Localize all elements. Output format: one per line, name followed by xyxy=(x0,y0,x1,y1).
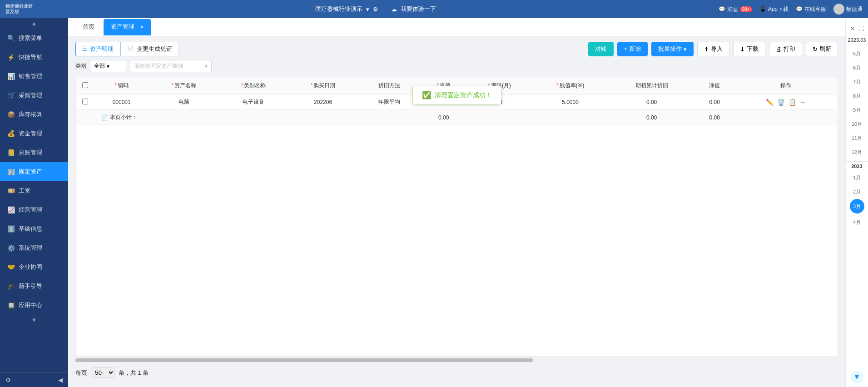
sidebar-item-purchase[interactable]: 🛒 采购管理 xyxy=(0,86,68,105)
import-icon: ⬆ xyxy=(704,46,709,53)
category-search-input[interactable]: 请选择固定资产类别 ▾ xyxy=(130,60,212,72)
delete-icon[interactable]: 🗑️ xyxy=(777,99,785,106)
sidebar-item-search[interactable]: 🔍 搜索菜单 xyxy=(0,29,68,48)
month-12-prev[interactable]: 12月 xyxy=(846,145,868,159)
copy-icon[interactable]: 📋 xyxy=(789,99,796,106)
sidebar-item-enterprise[interactable]: 🤝 企业协同 xyxy=(0,258,68,277)
reconcile-btn[interactable]: 对账 xyxy=(588,42,614,56)
subtotal-row: 📄 本页小计： 0.00 0.00 0.00 xyxy=(76,110,838,125)
per-page-select[interactable]: 50 100 xyxy=(91,367,115,378)
total-label: 条，共 1 条 xyxy=(119,369,149,377)
online-service-btn[interactable]: 💬 在线客服 xyxy=(796,5,826,13)
app-download-btn[interactable]: 📱 App下载 xyxy=(759,5,789,13)
row-initial-dep: 0.00 xyxy=(608,94,695,110)
tab-asset-management[interactable]: 资产管理 ✕ xyxy=(104,19,151,35)
month-6-prev[interactable]: 6月 xyxy=(846,61,868,75)
assets-table-container: *编码 *资产名称 *类别名称 *购买日期 折旧方法 *原值 *期限(月) *残… xyxy=(75,77,838,357)
month-7-prev[interactable]: 7月 xyxy=(846,75,868,89)
sidebar-item-operations[interactable]: 📈 经营管理 xyxy=(0,200,68,219)
month-10-prev[interactable]: 10月 xyxy=(846,117,868,131)
more-icon[interactable]: ↔️ xyxy=(800,99,806,106)
month-5-prev[interactable]: 5月 xyxy=(846,47,868,61)
fixed-assets-icon: 🏢 xyxy=(7,168,15,175)
new-btn[interactable]: + 新增 xyxy=(617,42,648,56)
chevron-down-icon[interactable]: ▾ xyxy=(366,6,369,13)
batch-chevron-icon: ▾ xyxy=(684,46,687,53)
row-checkbox[interactable] xyxy=(82,99,88,104)
sub-tab-asset-detail[interactable]: ☰ 资产明细 xyxy=(75,42,120,56)
topbar-right: 💬 消息 99+ 📱 App下载 💬 在线客服 畅捷通 xyxy=(719,4,863,15)
select-all-checkbox[interactable] xyxy=(82,82,88,88)
success-toast: ✅ 清理固定资产成功！ xyxy=(412,86,501,104)
sidebar-item-basic-info[interactable]: ℹ️ 基础信息 xyxy=(0,219,68,238)
scrollbar-thumb[interactable] xyxy=(75,358,533,362)
filter-bar: 类别 全部 ▾ 请选择固定资产类别 ▾ xyxy=(75,60,838,72)
panel-down-arrow[interactable]: ▼ xyxy=(851,371,863,383)
month-11-prev[interactable]: 11月 xyxy=(846,131,868,145)
right-panel-header: 2023.03 xyxy=(846,35,868,45)
list-icon: ☰ xyxy=(82,46,87,52)
col-residual-rate: *残值率(%) xyxy=(532,77,609,94)
category-type-select[interactable]: 全部 ▾ xyxy=(90,60,126,72)
subtotal-period xyxy=(466,110,532,125)
horizontal-scrollbar[interactable] xyxy=(75,358,838,362)
sidebar-item-sales[interactable]: 📊 销售管理 xyxy=(0,67,68,86)
select-all-header[interactable] xyxy=(76,77,94,94)
close-panel-icon[interactable]: ✕ xyxy=(848,24,857,34)
print-icon: 🖨 xyxy=(776,46,782,53)
month-2[interactable]: 2月 xyxy=(846,185,868,199)
category-type-chevron-icon: ▾ xyxy=(107,63,109,69)
sidebar-item-ledger[interactable]: 📒 总账管理 xyxy=(0,143,68,162)
experience-icon: ☁ xyxy=(391,6,397,13)
sidebar-item-guide[interactable]: 🎓 新手引导 xyxy=(0,277,68,296)
row-purchase-date: 202206 xyxy=(288,94,358,110)
sidebar-item-payroll[interactable]: 💴 工资 xyxy=(0,181,68,200)
expand-panel-icon[interactable]: ⛶ xyxy=(857,24,866,34)
download-icon: ⬇ xyxy=(740,46,745,53)
action-icons: ✏️ 🗑️ 📋 ↔️ xyxy=(738,99,834,106)
month-3-active[interactable]: 3月 xyxy=(850,199,864,213)
purchase-icon: 🛒 xyxy=(7,92,15,99)
month-8-prev[interactable]: 8月 xyxy=(846,89,868,103)
message-icon: 💬 xyxy=(719,6,725,12)
month-4[interactable]: 4月 xyxy=(846,215,868,229)
sidebar-item-inventory[interactable]: 📦 库存核算 xyxy=(0,105,68,124)
col-purchase-date: *购买日期 xyxy=(288,77,358,94)
subtotal-initial-dep: 0.00 xyxy=(608,110,695,125)
toolbar: ☰ 资产明细 📄 变更生成凭证 对账 + 新增 xyxy=(75,42,838,56)
sidebar-item-quick-nav[interactable]: ⚡ 快捷导航 xyxy=(0,48,68,67)
experience-btn[interactable]: 我要体验一下 xyxy=(401,5,436,13)
message-btn[interactable]: 💬 消息 99+ xyxy=(719,5,752,13)
edit-icon[interactable]: ✏️ xyxy=(766,99,774,106)
category-label: 类别 xyxy=(75,62,86,70)
sidebar-item-system[interactable]: ⚙️ 系统管理 xyxy=(0,238,68,258)
system-icon: ⚙️ xyxy=(7,244,15,252)
sidebar-item-finance[interactable]: 💰 资金管理 xyxy=(0,124,68,143)
tab-home[interactable]: 首页 xyxy=(75,19,102,35)
tab-close-icon[interactable]: ✕ xyxy=(140,25,144,30)
user-menu[interactable]: 畅捷通 xyxy=(833,4,863,15)
col-initial-dep: 期初累计折旧 xyxy=(608,77,695,94)
download-btn[interactable]: ⬇ 下载 xyxy=(733,42,765,56)
col-net-value: 净值 xyxy=(695,77,734,94)
import-btn[interactable]: ⬆ 导入 xyxy=(697,42,729,56)
sidebar-settings-icon[interactable]: ⚙ xyxy=(5,377,11,383)
month-9-prev[interactable]: 9月 xyxy=(846,103,868,117)
row-checkbox-cell[interactable] xyxy=(76,94,94,110)
col-name: *资产名称 xyxy=(149,77,218,94)
page-content: ☰ 资产明细 📄 变更生成凭证 对账 + 新增 xyxy=(68,36,845,387)
sidebar-item-fixed-assets[interactable]: 🏢 固定资产 xyxy=(0,162,68,181)
refresh-btn[interactable]: ↻ 刷新 xyxy=(806,42,838,56)
print-btn[interactable]: 🖨 打印 xyxy=(769,42,802,56)
settings-icon[interactable]: ⚙ xyxy=(373,6,378,13)
sidebar-item-app-center[interactable]: 🔲 应用中心 xyxy=(0,296,68,315)
message-badge: 99+ xyxy=(740,6,752,12)
guide-icon: 🎓 xyxy=(7,283,15,290)
sidebar-scroll-up[interactable]: ▲ xyxy=(0,18,68,29)
sub-tab-change-voucher[interactable]: 📄 变更生成凭证 xyxy=(120,42,179,56)
sidebar-collapse-icon[interactable]: ◀ xyxy=(58,377,63,383)
right-panel: ✕ ⛶ 2023.03 5月 6月 7月 8月 9月 10月 11月 12月 2… xyxy=(845,18,868,387)
batch-btn[interactable]: 批量操作 ▾ xyxy=(651,42,694,56)
month-1[interactable]: 1月 xyxy=(846,171,868,185)
sidebar-scroll-down[interactable]: ▼ xyxy=(0,315,68,325)
